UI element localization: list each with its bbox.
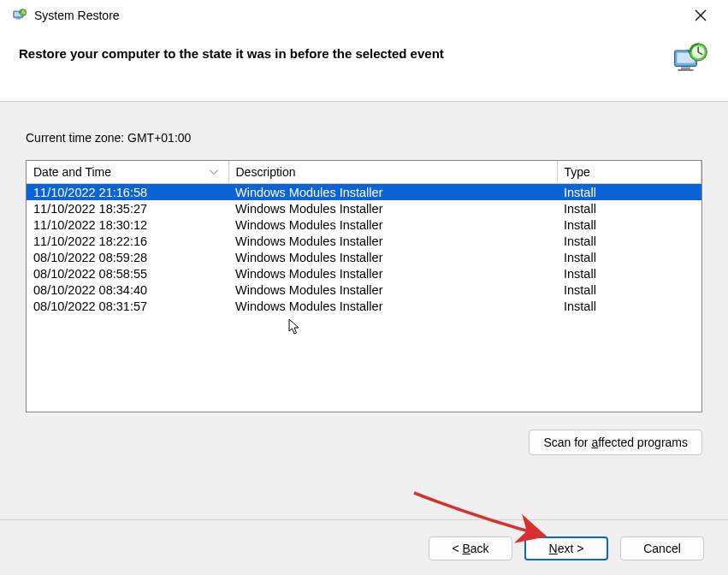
back-button[interactable]: < Back	[429, 536, 512, 560]
table-cell: Install	[557, 265, 701, 282]
table-cell: 08/10/2022 08:59:28	[27, 249, 228, 265]
table-cell: Windows Modules Installer	[228, 249, 557, 265]
table-row[interactable]: 11/10/2022 18:35:27Windows Modules Insta…	[27, 200, 701, 216]
content-area: Current time zone: GMT+01:00 Date and Ti…	[0, 102, 728, 519]
table-row[interactable]: 08/10/2022 08:59:28Windows Modules Insta…	[27, 249, 701, 265]
table-cell: Install	[557, 233, 701, 249]
svg-rect-8	[678, 69, 693, 71]
cancel-button[interactable]: Cancel	[620, 536, 704, 560]
system-restore-large-icon	[672, 41, 709, 79]
svg-rect-7	[681, 67, 690, 69]
svg-rect-2	[16, 18, 21, 19]
column-header-label: Date and Time	[33, 165, 111, 179]
table-cell: Install	[557, 249, 701, 265]
table-row-empty	[27, 333, 701, 352]
table-cell: 08/10/2022 08:58:55	[27, 265, 228, 282]
close-icon	[695, 9, 707, 21]
table-cell: Windows Modules Installer	[228, 265, 557, 282]
table-cell: Install	[557, 298, 701, 314]
table-row-empty	[27, 352, 701, 370]
column-header-label: Description	[236, 165, 296, 179]
timezone-label: Current time zone: GMT+01:00	[26, 131, 702, 145]
sort-descending-icon	[210, 168, 218, 177]
table-cell: 11/10/2022 18:30:12	[27, 216, 228, 233]
column-header-label: Type	[565, 165, 590, 179]
titlebar: System Restore	[0, 0, 728, 29]
table-cell: Windows Modules Installer	[228, 184, 557, 201]
table-row[interactable]: 11/10/2022 18:22:16Windows Modules Insta…	[27, 233, 701, 249]
table-cell: 08/10/2022 08:31:57	[27, 298, 228, 314]
table-cell: Windows Modules Installer	[228, 216, 557, 233]
column-header-description[interactable]: Description	[228, 161, 557, 184]
table-cell: Windows Modules Installer	[228, 233, 557, 249]
table-cell: 11/10/2022 18:22:16	[27, 233, 228, 249]
system-restore-icon	[12, 8, 27, 23]
table-row[interactable]: 11/10/2022 18:30:12Windows Modules Insta…	[27, 216, 701, 233]
table-row[interactable]: 08/10/2022 08:58:55Windows Modules Insta…	[27, 265, 701, 282]
table-row[interactable]: 08/10/2022 08:34:40Windows Modules Insta…	[27, 282, 701, 298]
table-row-empty	[27, 314, 701, 333]
page-heading: Restore your computer to the state it wa…	[19, 41, 672, 61]
table-cell: 11/10/2022 18:35:27	[27, 200, 228, 216]
table-row[interactable]: 08/10/2022 08:31:57Windows Modules Insta…	[27, 298, 701, 314]
table-cell: Windows Modules Installer	[228, 298, 557, 314]
table-cell: 08/10/2022 08:34:40	[27, 282, 228, 298]
table-cell: Install	[557, 200, 701, 216]
table-row[interactable]: 11/10/2022 21:16:58Windows Modules Insta…	[27, 184, 701, 201]
wizard-header: Restore your computer to the state it wa…	[0, 29, 728, 102]
close-button[interactable]	[684, 3, 718, 27]
window-title: System Restore	[34, 9, 120, 22]
next-button[interactable]: Next >	[524, 536, 608, 560]
table-cell: Install	[557, 282, 701, 298]
column-header-type[interactable]: Type	[557, 161, 701, 184]
table-cell: 11/10/2022 21:16:58	[27, 184, 228, 201]
table-cell: Install	[557, 216, 701, 233]
restore-points-table: Date and Time Description Type 11/10/202…	[26, 160, 702, 412]
wizard-footer: < Back Next > Cancel	[0, 519, 728, 575]
table-cell: Windows Modules Installer	[228, 282, 557, 298]
scan-affected-programs-button[interactable]: Scan for affected programs	[529, 430, 702, 455]
column-header-datetime[interactable]: Date and Time	[27, 161, 228, 184]
table-cell: Windows Modules Installer	[228, 200, 557, 216]
table-cell: Install	[557, 184, 701, 201]
